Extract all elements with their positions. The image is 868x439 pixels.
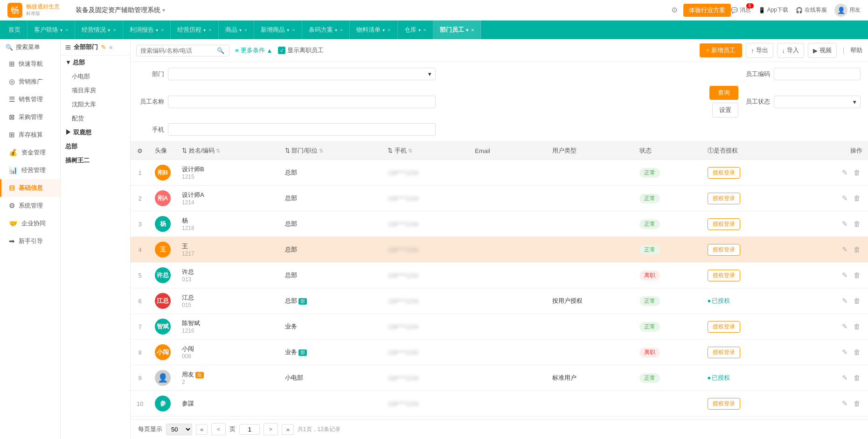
edit-button[interactable]: ✎: [840, 244, 850, 255]
gear-button[interactable]: ⚙: [671, 6, 678, 14]
edit-button[interactable]: ✎: [840, 373, 850, 383]
nav-tab-profit[interactable]: 利润报告 ▾ ×: [123, 21, 171, 39]
dept-select[interactable]: ▾: [168, 68, 436, 80]
col-setting[interactable]: ⚙: [131, 142, 149, 160]
nav-tab-dept[interactable]: 部门员工 ▾ ×: [433, 21, 481, 39]
export-button[interactable]: ↑ 导出: [746, 43, 773, 58]
tab-chevron-icon[interactable]: ▾: [466, 28, 468, 33]
tab-close-icon[interactable]: ×: [388, 27, 390, 33]
dept-node-general[interactable]: ▼ 总部: [61, 56, 130, 70]
next-page-btn[interactable]: ＞: [264, 423, 278, 435]
sidebar-search[interactable]: 🔍 搜索菜单: [0, 39, 60, 55]
auth-button[interactable]: 授权登录: [708, 321, 740, 333]
phone-input[interactable]: [168, 123, 436, 136]
nav-tab-goods[interactable]: 商品 ▾ ×: [219, 21, 254, 39]
sidebar-item-basic[interactable]: ⊟基础信息: [0, 179, 60, 197]
nav-tab-addgoods[interactable]: 新增商品 ▾ ×: [254, 21, 302, 39]
show-inactive-toggle[interactable]: ✓ 显示离职员工: [278, 46, 324, 55]
edit-button[interactable]: ✎: [840, 219, 850, 229]
more-filter-btn[interactable]: ≡ 更多条件 ▲: [235, 46, 272, 55]
nav-tab-process[interactable]: 经营历程 ▾ ×: [171, 21, 218, 39]
sidebar-item-corp[interactable]: 🤝企业协同: [0, 215, 60, 232]
tab-close-icon[interactable]: ×: [471, 27, 474, 33]
sidebar-item-system[interactable]: ⚙系统管理: [0, 197, 60, 215]
tab-chevron-icon[interactable]: ▾: [203, 28, 206, 33]
tab-close-icon[interactable]: ×: [424, 27, 426, 33]
online-service-btn[interactable]: 🎧 在线客服: [796, 6, 827, 14]
sidebar-item-finance[interactable]: 💰资金管理: [0, 144, 60, 161]
edit-button[interactable]: ✎: [840, 398, 850, 409]
page-size-select[interactable]: 50 100 200: [166, 424, 192, 435]
app-download-btn[interactable]: 📱 App下载: [758, 6, 788, 14]
collapse-icon[interactable]: «: [109, 43, 113, 51]
tab-close-icon[interactable]: ×: [244, 27, 247, 33]
delete-button[interactable]: 🗑: [852, 296, 862, 306]
dept-node-peihuo[interactable]: 配货: [61, 111, 130, 125]
nav-tab-materials[interactable]: 物料清单 ▾ ×: [350, 21, 397, 39]
tab-chevron-icon[interactable]: ▾: [287, 28, 289, 33]
tab-chevron-icon[interactable]: ▾: [382, 28, 385, 33]
dept-node-project[interactable]: 项目库房: [61, 84, 130, 98]
video-button[interactable]: ▶ 视频: [808, 43, 837, 58]
tab-chevron-icon[interactable]: ▾: [239, 28, 242, 33]
tab-chevron-icon[interactable]: ▾: [156, 28, 158, 33]
auth-button[interactable]: 授权登录: [708, 167, 740, 179]
edit-dept-icon[interactable]: ✎: [101, 43, 106, 51]
dept-node-shenyang[interactable]: 沈阳大库: [61, 98, 130, 111]
page-number-input[interactable]: [239, 424, 260, 435]
last-page-btn[interactable]: »: [282, 424, 293, 435]
empstatus-select[interactable]: ▾: [774, 96, 861, 108]
sidebar-item-inventory[interactable]: ⊞库存核算: [0, 126, 60, 144]
tab-close-icon[interactable]: ×: [292, 27, 295, 33]
tab-close-icon[interactable]: ×: [161, 27, 164, 33]
auth-button[interactable]: 授权登录: [708, 244, 740, 256]
edit-button[interactable]: ✎: [840, 296, 850, 306]
delete-button[interactable]: 🗑: [852, 244, 862, 254]
auth-button[interactable]: 授权登录: [708, 398, 740, 410]
tab-chevron-icon[interactable]: ▾: [418, 28, 421, 33]
col-phone[interactable]: ⇅ 手机: [382, 142, 469, 160]
empcode-input[interactable]: [774, 68, 861, 80]
empname-input[interactable]: [168, 96, 436, 108]
add-employee-button[interactable]: + 新增员工: [700, 43, 742, 57]
sidebar-item-purchase[interactable]: ⊠采购管理: [0, 108, 60, 126]
trial-button[interactable]: 体验行业方案: [683, 4, 731, 17]
tab-chevron-icon[interactable]: ▾: [60, 28, 62, 33]
col-name[interactable]: ⇅ 姓名/编码: [176, 142, 279, 160]
auth-button[interactable]: 授权登录: [708, 218, 740, 230]
reset-button[interactable]: 设置: [712, 103, 738, 118]
nav-tab-barcode[interactable]: 条码方案 ▾ ×: [302, 21, 350, 39]
edit-button[interactable]: ✎: [840, 321, 850, 332]
tab-chevron-icon[interactable]: ▾: [108, 28, 110, 33]
tab-close-icon[interactable]: ×: [208, 27, 211, 33]
nav-tab-home[interactable]: 首页: [4, 21, 28, 39]
edit-button[interactable]: ✎: [840, 167, 850, 178]
tab-close-icon[interactable]: ×: [340, 27, 343, 33]
tab-close-icon[interactable]: ×: [65, 27, 68, 33]
edit-button[interactable]: ✎: [840, 270, 850, 280]
edit-button[interactable]: ✎: [840, 347, 850, 357]
message-btn[interactable]: 💬 消息 6: [731, 6, 751, 14]
delete-button[interactable]: 🗑: [852, 321, 862, 331]
edit-button[interactable]: ✎: [840, 193, 850, 203]
tab-close-icon[interactable]: ×: [113, 27, 116, 33]
delete-button[interactable]: 🗑: [852, 167, 862, 177]
auth-button[interactable]: 授权登录: [708, 193, 740, 204]
auth-button[interactable]: 授权登录: [708, 347, 740, 358]
help-btn[interactable]: ｜: [840, 46, 847, 55]
sidebar-item-operation[interactable]: 📊经营管理: [0, 161, 60, 179]
auth-button[interactable]: 授权登录: [708, 270, 740, 281]
delete-button[interactable]: 🗑: [852, 270, 862, 280]
nav-tab-customer[interactable]: 客户联络 ▾ ×: [28, 21, 75, 39]
more-op-btn[interactable]: 帮助: [850, 46, 862, 55]
sidebar-item-sales[interactable]: ☰销售管理: [0, 91, 60, 108]
dept-node-zongbu[interactable]: 总部: [61, 139, 130, 153]
prev-page-btn[interactable]: ＜: [211, 423, 226, 435]
sidebar-item-quicknav[interactable]: ⊞快速导航: [0, 55, 60, 73]
nav-tab-warehouse[interactable]: 仓库 ▾ ×: [398, 21, 433, 39]
delete-button[interactable]: 🗑: [852, 373, 862, 383]
dept-node-shuangluo[interactable]: ▶ 双鹿想: [61, 125, 130, 139]
delete-button[interactable]: 🗑: [852, 398, 862, 408]
tab-chevron-icon[interactable]: ▾: [335, 28, 337, 33]
title-chevron-icon[interactable]: ▾: [162, 7, 165, 14]
